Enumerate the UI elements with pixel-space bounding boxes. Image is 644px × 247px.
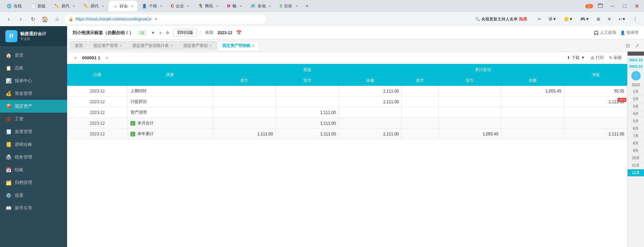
sidebar-item-home[interactable]: 🏠 首页	[0, 49, 67, 62]
tab-asset-mgmt[interactable]: 固定资产管理 ×	[89, 41, 127, 50]
restore-tab-icon[interactable]: ⊡	[624, 42, 632, 50]
browser-tab-6[interactable]: 👤 个税 ×	[138, 1, 166, 11]
period-item-4[interactable]: 4月	[628, 110, 644, 118]
tab-asset-detail[interactable]: 固定资产明细账 ×	[217, 41, 260, 50]
support-button[interactable]: 🎧 人工咨询	[594, 30, 616, 36]
browser-tab-1[interactable]: 🌐 在线	[3, 1, 26, 11]
period-item-active-1[interactable]: 2023.12	[628, 57, 644, 63]
add-account-button[interactable]: +	[159, 30, 162, 36]
grid-icon[interactable]: ⊞	[594, 16, 603, 22]
download-label: 下载	[572, 55, 580, 61]
sidebar-item-fund[interactable]: 💰 资金管理	[0, 87, 67, 100]
minimize-button[interactable]: ─	[608, 1, 617, 11]
th-depr-debit: 借方	[402, 76, 438, 86]
close-tab-8[interactable]: ×	[216, 4, 218, 8]
tab-asset-depr-stat[interactable]: 固定资产折旧统计表 ×	[127, 41, 178, 50]
refresh-button[interactable]: ↻ 刷新	[609, 55, 622, 61]
download-button[interactable]: ⬇ 下载 ▼	[567, 55, 585, 61]
game-icon[interactable]: 🎮▼	[578, 16, 592, 22]
prev-record-button[interactable]: ‹	[72, 54, 78, 61]
tab-home[interactable]: 首页	[70, 41, 88, 50]
browser-tab-10[interactable]: 🗺️ 各地 ×	[247, 1, 275, 11]
period-item-2[interactable]: 2月	[628, 96, 644, 103]
row1-depr-debit	[402, 86, 438, 97]
forward-button[interactable]: ›	[16, 14, 25, 24]
undo-icon[interactable]: ↩▼	[616, 16, 629, 22]
close-tab-11[interactable]: ×	[296, 4, 298, 8]
sidebar-item-guide[interactable]: 📖 新手引导	[0, 202, 67, 214]
sidebar-item-ledger[interactable]: 📋 总账	[0, 62, 67, 74]
address-input[interactable]: 🔒 https://cloud.chanjet.com/accounting/u…	[64, 14, 266, 24]
sidebar-item-asset[interactable]: 📦 固定资产	[0, 100, 67, 113]
period-item-3[interactable]: 3月	[628, 103, 644, 110]
sidebar-item-close[interactable]: 📅 结账	[0, 164, 67, 176]
dropdown-icon[interactable]: ▼	[151, 30, 155, 35]
settings-small-icon[interactable]: ⚙	[166, 30, 169, 35]
period-item-year[interactable]: 2023	[628, 82, 644, 88]
period-item-12[interactable]: 12月	[628, 169, 644, 177]
scroll-up-icon[interactable]: ↑	[631, 71, 641, 80]
cut-icon[interactable]: ✂	[535, 16, 544, 22]
period-item-1[interactable]: 1月	[628, 88, 644, 96]
sidebar-item-report[interactable]: 📊 报表中心	[0, 74, 67, 87]
print-button[interactable]: 🖨 打印	[590, 55, 604, 61]
back-button[interactable]: ‹	[4, 14, 13, 24]
period-item-5[interactable]: 5月	[628, 118, 644, 125]
browser-tab-7[interactable]: C 企业 ×	[167, 1, 193, 11]
close-window-button[interactable]: ✕	[632, 1, 641, 11]
close-asset-mgmt-tab[interactable]: ×	[120, 44, 122, 48]
period-item-10[interactable]: 10月	[628, 155, 644, 162]
period-item-7[interactable]: 7月	[628, 132, 644, 140]
translate-icon[interactable]: 译▼	[546, 16, 559, 23]
logo-sub: 专业版	[20, 37, 46, 41]
sidebar-item-archive[interactable]: 🗂️ 归档管理	[0, 176, 67, 189]
close-tab-3[interactable]: ×	[73, 4, 75, 8]
period-label: 账期	[205, 30, 213, 36]
sidebar-item-settings[interactable]: ⚙️ 设置	[0, 189, 67, 202]
sidebar-label-home: 首页	[15, 52, 23, 58]
calendar-icon[interactable]: 📅	[236, 30, 241, 35]
close-tab-9[interactable]: ×	[240, 4, 242, 8]
restore-window-button[interactable]: 🗔	[596, 1, 605, 11]
sidebar-item-salary[interactable]: 💼 工资	[0, 113, 67, 125]
sidebar-item-tax[interactable]: 🖨️ 税务管理	[0, 151, 67, 164]
close-tab-4[interactable]: ×	[102, 4, 104, 8]
close-tab-10[interactable]: ×	[269, 4, 271, 8]
bookmark-button[interactable]: ☆	[52, 14, 62, 24]
browser-tab-2[interactable]: 📄 新版	[26, 1, 50, 11]
detail-toolbar: ‹ 000001 1 › ⬇ 下载 ▼ 🖨 打印	[67, 52, 627, 64]
menu-icon[interactable]: ⋮	[631, 16, 640, 22]
expand-tab-icon[interactable]: ⤢	[633, 42, 641, 50]
period-item-9[interactable]: 9月	[628, 147, 644, 155]
period-item-active-2[interactable]: 2023.12	[628, 63, 644, 70]
sun-icon[interactable]: ☀	[605, 16, 614, 22]
wallet-icon[interactable]: 🪙▼	[561, 16, 576, 22]
tab-asset-cat[interactable]: 固定资产类别 ×	[178, 41, 217, 50]
salary-icon: 💼	[5, 116, 11, 122]
browser-tab-9[interactable]: M 畅 ×	[223, 1, 246, 11]
close-asset-detail-tab[interactable]: ×	[253, 44, 255, 48]
browser-tab-4[interactable]: ✏️ 易代 ×	[79, 1, 108, 11]
browser-tab-3[interactable]: ✏️ 易代 ×	[50, 1, 79, 11]
period-item-8[interactable]: 8月	[628, 140, 644, 147]
close-tab-6[interactable]: ×	[160, 4, 162, 8]
new-tab-button[interactable]: +	[302, 1, 312, 11]
search-area[interactable]: 🔍 央视更新主持人名单 热搜	[475, 16, 527, 22]
browser-tab-5[interactable]: ☁️ 好会 ×	[109, 1, 137, 11]
switch-version-button[interactable]: 切到旧版	[173, 29, 197, 37]
close-depr-stat-tab[interactable]: ×	[171, 44, 173, 48]
close-asset-cat-tab[interactable]: ×	[210, 44, 212, 48]
close-tab-7[interactable]: ×	[187, 4, 189, 8]
period-item-6[interactable]: 6月	[628, 125, 644, 132]
next-record-button[interactable]: ›	[104, 54, 110, 61]
browser-tab-11[interactable]: S 目前 ×	[275, 1, 302, 11]
home-button[interactable]: 🏠	[40, 14, 50, 24]
user-info[interactable]: 👤 徐译华	[620, 30, 639, 36]
close-tab-5[interactable]: ×	[131, 4, 133, 8]
sidebar-item-stock[interactable]: 📒 进销台账	[0, 138, 67, 151]
sidebar-item-invoice[interactable]: 🧾 发票管理	[0, 125, 67, 138]
reload-button[interactable]: ↻	[28, 14, 38, 24]
period-item-11[interactable]: 11月	[628, 162, 644, 169]
browser-tab-8[interactable]: 🐧 腾讯 ×	[194, 1, 222, 11]
maximize-button[interactable]: □	[620, 1, 629, 11]
